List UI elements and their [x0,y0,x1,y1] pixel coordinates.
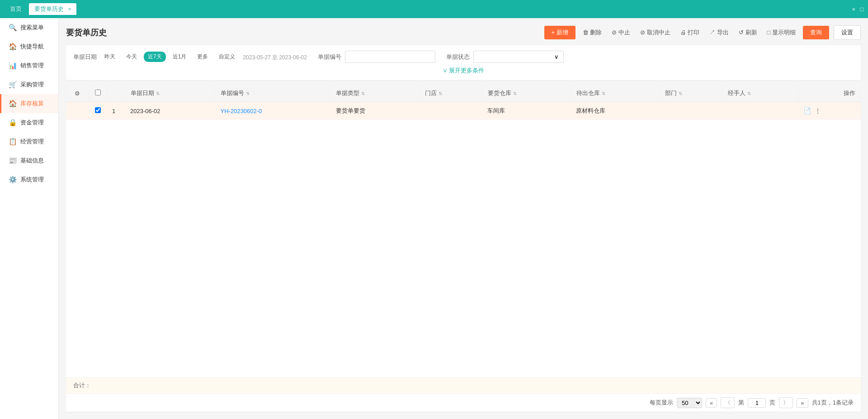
new-button[interactable]: + 新增 [544,26,576,39]
row-store-cell [419,102,482,120]
inventory-icon: 🏠 [9,100,17,108]
print-button[interactable]: 🖨 打印 [678,27,703,38]
date-7days[interactable]: 近7天 [144,52,166,62]
page-input[interactable] [748,398,766,408]
col-store[interactable]: 门店⇅ [419,85,482,102]
display-detail-button[interactable]: □ 显示明细 [764,27,798,38]
settings-button[interactable]: 设置 [834,25,861,40]
sort-req-warehouse-icon: ⇅ [513,91,517,96]
row-settings-cell [66,102,89,120]
col-doc-date[interactable]: 单据日期⇅ [125,85,215,102]
date-1month[interactable]: 近1月 [169,52,191,62]
page-size-select[interactable]: 10 20 50 100 [677,398,702,408]
column-settings-header[interactable]: ⚙ [66,85,89,102]
basic-info-icon: 📰 [9,157,17,165]
refresh-button[interactable]: ↺ 刷新 [736,27,760,38]
page-title: 要货单历史 [66,27,107,38]
table-footer: 合计： [66,377,861,393]
doc-no-link[interactable]: YH-20230602-0 [221,108,262,114]
sort-department-icon: ⇅ [679,91,682,96]
page-input-label: 第 [738,399,744,407]
date-custom[interactable]: 自定义 [215,52,239,62]
toolbar: + 新增 🗑 删除 ⊘ 中止 ⊘ 取消中止 🖨 打印 ↗ 导出 ↺ 刷新 □ 显… [544,25,861,40]
sidebar-item-basic-info[interactable]: 📰 基础信息 [0,151,58,170]
sales-icon: 📊 [9,62,17,70]
col-pending-warehouse[interactable]: 待出仓库⇅ [571,85,659,102]
stop-button[interactable]: ⊘ 中止 [609,27,633,38]
tab-requisition-history[interactable]: 要货单历史 × [29,3,76,15]
top-bar: 首页 要货单历史 × × □ [0,0,868,18]
query-button[interactable]: 查询 [803,26,829,39]
row-department-cell [660,102,722,120]
main-layout: 🔍 搜索菜单 🏠 快捷导航 📊 销售管理 🛒 采购管理 🏠 库存核算 🔒 资金管… [0,18,868,419]
delete-button[interactable]: 🗑 删除 [580,27,605,38]
row-edit-icon[interactable]: 📄 [803,107,811,114]
status-filter: 单据状态 ∨ [446,51,564,63]
cancel-stop-button[interactable]: ⊘ 取消中止 [637,27,673,38]
last-page-button[interactable]: » [797,398,808,408]
window-close-icon[interactable]: × [852,6,856,13]
col-doc-type[interactable]: 单据类型⇅ [330,85,419,102]
system-icon: ⚙️ [9,176,17,184]
col-req-warehouse[interactable]: 要货仓库⇅ [482,85,571,102]
quick-nav-icon: 🏠 [9,43,17,51]
total-info: 共1页，1条记录 [812,399,854,407]
page-size-label: 每页显示 [650,399,673,407]
table-wrap: ⚙ 单据日期⇅ 单据编号⇅ 单据类型⇅ 门店⇅ 要货仓库⇅ 待出仓库⇅ 部门⇅ … [66,85,861,377]
sidebar: 🔍 搜索菜单 🏠 快捷导航 📊 销售管理 🛒 采购管理 🏠 库存核算 🔒 资金管… [0,18,59,419]
sidebar-item-finance-mgmt[interactable]: 🔒 资金管理 [0,113,58,132]
sidebar-item-inventory[interactable]: 🏠 库存核算 [0,94,58,113]
date-yesterday[interactable]: 昨天 [100,52,119,62]
chevron-down-icon: ∨ [554,53,559,60]
date-today[interactable]: 今天 [122,52,141,62]
tab-home[interactable]: 首页 [5,3,27,15]
pagination-footer: 每页显示 10 20 50 100 « 〈 第 页 〉 » 共1页，1条记录 [66,393,861,412]
sidebar-item-ops-mgmt[interactable]: 📋 经营管理 [0,132,58,151]
content-area: 要货单历史 + 新增 🗑 删除 ⊘ 中止 ⊘ 取消中止 🖨 打印 ↗ 导出 ↺ … [59,18,868,419]
sort-doc-date-icon: ⇅ [156,91,160,96]
date-more[interactable]: 更多 [193,52,212,62]
filter-panel: 单据日期 昨天 今天 近7天 近1月 更多 自定义 2023-05-27 至 2… [66,45,861,80]
total-label: 合计： [73,381,91,390]
select-all-checkbox[interactable] [95,90,101,95]
prev-page-button[interactable]: 〈 [721,397,735,408]
sort-pending-warehouse-icon: ⇅ [602,91,605,96]
col-rownum [107,85,125,102]
table-header-row: ⚙ 单据日期⇅ 单据编号⇅ 单据类型⇅ 门店⇅ 要货仓库⇅ 待出仓库⇅ 部门⇅ … [66,85,861,102]
sidebar-item-sales-mgmt[interactable]: 📊 销售管理 [0,56,58,75]
col-department[interactable]: 部门⇅ [660,85,722,102]
page-header: 要货单历史 + 新增 🗑 删除 ⊘ 中止 ⊘ 取消中止 🖨 打印 ↗ 导出 ↺ … [66,25,861,40]
close-tab-icon[interactable]: × [68,6,71,12]
data-table: ⚙ 单据日期⇅ 单据编号⇅ 单据类型⇅ 门店⇅ 要货仓库⇅ 待出仓库⇅ 部门⇅ … [66,85,861,120]
row-req-warehouse-cell: 车间库 [482,102,571,120]
row-more-icon[interactable]: ⋮ [815,107,821,114]
date-filter: 单据日期 昨天 今天 近7天 近1月 更多 自定义 2023-05-27 至 2… [73,52,307,62]
row-checkbox-cell[interactable] [89,102,107,120]
sidebar-item-system-mgmt[interactable]: ⚙️ 系统管理 [0,170,58,189]
select-all-header[interactable] [89,85,107,102]
status-filter-label: 单据状态 [446,53,470,61]
window-maximize-icon[interactable]: □ [860,6,863,13]
sidebar-item-search-menu[interactable]: 🔍 搜索菜单 [0,18,58,37]
row-actions: 📄 ⋮ [803,107,855,114]
row-action-cell: 📄 ⋮ [798,102,861,120]
row-handler-cell [722,102,798,120]
row-checkbox[interactable] [95,107,101,113]
status-select[interactable]: ∨ [473,51,564,63]
col-doc-no[interactable]: 单据编号⇅ [215,85,330,102]
first-page-button[interactable]: « [706,398,717,408]
purchase-icon: 🛒 [9,81,17,89]
next-page-button[interactable]: 〉 [779,397,793,408]
expand-more-button[interactable]: ∨ 展开更多条件 [73,67,854,75]
docno-input[interactable] [345,51,435,63]
date-filter-label: 单据日期 [73,53,97,61]
table-row: 1 2023-06-02 YH-20230602-0 要货单要货 车间库 原材料… [66,102,861,120]
sidebar-item-quick-nav[interactable]: 🏠 快捷导航 [0,37,58,56]
col-handler[interactable]: 经手人⇅ [722,85,798,102]
sidebar-item-purchase-mgmt[interactable]: 🛒 采购管理 [0,75,58,94]
export-button[interactable]: ↗ 导出 [707,27,731,38]
row-doc-type-cell: 要货单要货 [330,102,419,120]
date-range-display: 2023-05-27 至 2023-06-02 [243,54,307,62]
search-menu-icon: 🔍 [9,24,17,32]
sort-store-icon: ⇅ [439,91,442,96]
